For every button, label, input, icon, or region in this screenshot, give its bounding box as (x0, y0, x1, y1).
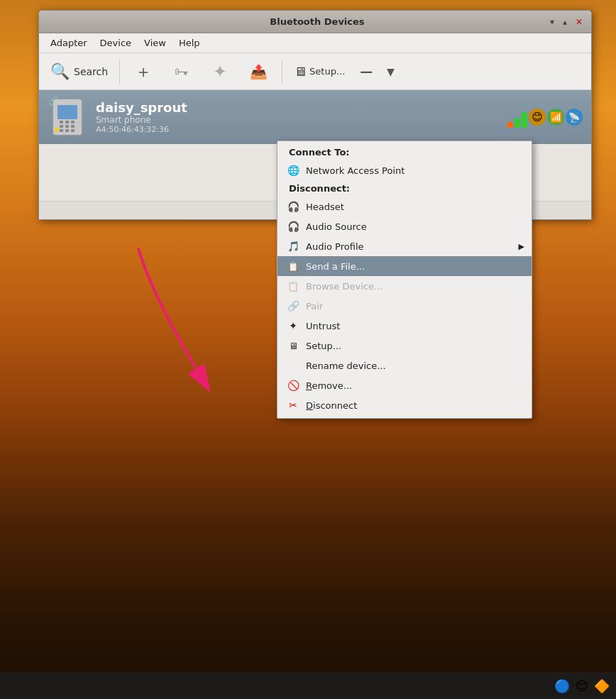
ctx-headset[interactable]: 🎧 Headset (277, 197, 532, 216)
menu-view[interactable]: View (138, 35, 172, 50)
ctx-setup[interactable]: 🖥 Setup... (277, 336, 532, 356)
device-name: daisy_sprout (96, 100, 499, 115)
ctx-remove-label: Remove... (306, 380, 352, 391)
send-file-icon: 📋 (286, 260, 300, 273)
ctx-headset-label: Headset (306, 202, 344, 212)
audio-profile-icon: 🎵 (286, 240, 300, 253)
trusted-star-icon: ✦ (53, 124, 61, 136)
ctx-audio-profile-label: Audio Profile (306, 241, 364, 252)
ctx-disconnect-label: Disconnect (306, 400, 357, 411)
ctx-remove[interactable]: 🚫 Remove... (277, 375, 532, 395)
taskbar-icon-1[interactable]: 🔵 (554, 677, 571, 694)
phone-screen (57, 105, 77, 119)
bluetooth-star-icon: ✦ (213, 62, 227, 82)
titlebar: Bluetooth Devices ▾ ▴ ✕ (39, 11, 591, 33)
maximize-button[interactable]: ▴ (560, 16, 570, 28)
toolbar: 🔍 Search ＋ 🗝 ✦ 📤 🖥 Setup... — (39, 53, 591, 90)
setup-button[interactable]: 🖥 Setup... (288, 56, 351, 87)
ctx-network-label: Network Access Point (306, 165, 405, 176)
network-icon: 🌐 (286, 164, 300, 177)
search-icon: 🔍 (50, 62, 70, 80)
ctx-rename-label: Rename device... (306, 360, 386, 371)
headset-icon: 🎧 (286, 200, 300, 213)
context-menu: Connect To: 🌐 Network Access Point Disco… (277, 141, 532, 419)
ctx-send-file[interactable]: 📋 Send a File... (277, 256, 532, 276)
ctx-browse-device-label: Browse Device... (306, 281, 383, 292)
setup-icon: 🖥 (294, 64, 307, 79)
ctx-audio-source-label: Audio Source (306, 221, 367, 232)
device-row[interactable]: 🔗 ✦ daisy_sprout Smart ph (39, 90, 591, 144)
menu-device[interactable]: Device (94, 35, 137, 50)
menu-help[interactable]: Help (173, 35, 206, 50)
taskbar-icon-3[interactable]: 🔶 (593, 677, 610, 694)
smiley-icon: 😊 (529, 109, 546, 126)
ctx-network-access-point[interactable]: 🌐 Network Access Point (277, 160, 532, 180)
green-icon: 📶 (547, 109, 564, 126)
send-file-toolbar-button[interactable]: 📤 (241, 56, 276, 87)
toolbar-separator-2 (282, 59, 282, 84)
device-status-icons: 😊 📶 📡 (507, 106, 583, 128)
ctx-browse-device[interactable]: 📋 Browse Device... (277, 276, 532, 296)
ctx-setup-icon: 🖥 (286, 339, 300, 352)
ctx-disconnect[interactable]: ✂ Disconnect (277, 395, 532, 415)
device-type: Smart phone (96, 115, 499, 125)
add-device-button[interactable]: ＋ (126, 56, 161, 87)
window-title: Bluetooth Devices (87, 16, 547, 27)
close-button[interactable]: ✕ (573, 16, 585, 28)
device-icon-area: 🔗 ✦ (48, 96, 87, 138)
untrust-icon: ✦ (286, 319, 300, 332)
ctx-send-file-label: Send a File... (306, 261, 365, 272)
ctx-pair[interactable]: 🔗 Pair (277, 296, 532, 316)
taskbar-icon-2[interactable]: 😊 (573, 677, 590, 694)
ctx-untrust[interactable]: ✦ Untrust (277, 316, 532, 336)
setup-label: Setup... (309, 66, 345, 77)
connect-to-header: Connect To: (277, 144, 532, 160)
browse-device-icon: 📋 (286, 280, 300, 292)
ctx-disconnect-icon: ✂ (286, 399, 300, 412)
search-button[interactable]: 🔍 Search (45, 60, 114, 83)
send-icon: 📤 (250, 63, 268, 80)
signal-bar-1 (507, 122, 513, 128)
phone-keypad (60, 121, 75, 132)
taskbar: 🔵 😊 🔶 (0, 672, 616, 699)
audio-source-icon: 🎧 (286, 220, 300, 233)
ctx-setup-label: Setup... (306, 341, 341, 351)
minus-icon: — (360, 64, 373, 79)
dropdown-button[interactable]: ▼ (382, 56, 399, 87)
disconnect-header: Disconnect: (277, 180, 532, 197)
ctx-audio-profile[interactable]: 🎵 Audio Profile ▶ (277, 236, 532, 256)
minimize-button[interactable]: ▾ (547, 16, 557, 28)
menubar: Adapter Device View Help (39, 33, 591, 53)
submenu-arrow-icon: ▶ (519, 242, 524, 251)
device-mac: A4:50:46:43:32:36 (96, 125, 499, 134)
remove-icon: 🚫 (286, 379, 300, 392)
pair-icon: 🔗 (286, 299, 300, 312)
ctx-audio-source[interactable]: 🎧 Audio Source (277, 216, 532, 236)
add-icon: ＋ (135, 60, 152, 83)
device-info: daisy_sprout Smart phone A4:50:46:43:32:… (96, 100, 499, 134)
menu-adapter[interactable]: Adapter (45, 35, 93, 50)
search-label: Search (74, 66, 108, 77)
toolbar-separator-1 (119, 59, 120, 84)
wifi-icon: 📡 (566, 109, 583, 126)
ctx-pair-label: Pair (306, 301, 323, 312)
signal-bars (507, 106, 527, 128)
bluetooth-button[interactable]: ✦ (202, 56, 238, 87)
key-icon: 🗝 (175, 63, 189, 80)
signal-bar-3 (522, 112, 527, 128)
rename-icon (286, 359, 300, 372)
titlebar-controls: ▾ ▴ ✕ (547, 16, 585, 28)
ctx-untrust-label: Untrust (306, 321, 340, 331)
signal-bar-2 (515, 118, 520, 128)
ctx-rename-device[interactable]: Rename device... (277, 356, 532, 375)
dropdown-arrow-icon: ▼ (387, 66, 395, 77)
key-button[interactable]: 🗝 (164, 56, 199, 87)
remove-button[interactable]: — (353, 56, 379, 87)
